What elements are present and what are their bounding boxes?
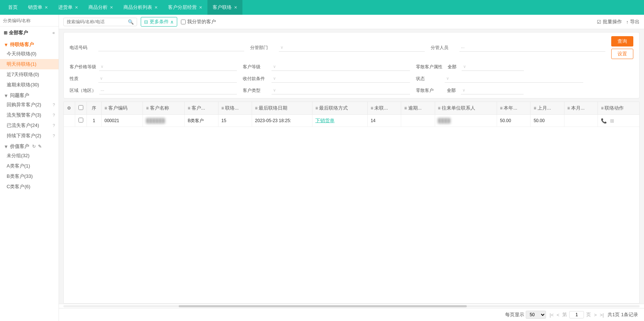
filter-region-select[interactable]: ··· bbox=[99, 86, 237, 94]
filter-price-level-select[interactable]: ∨ bbox=[99, 63, 237, 71]
nav-goods-analysis-list[interactable]: 商品分析列表 ✕ bbox=[118, 0, 163, 15]
sidebar-item-declining[interactable]: 持续下滑客户(2) ? bbox=[0, 131, 59, 141]
settings-button[interactable]: 设置 bbox=[611, 49, 633, 59]
sidebar-item-lost-risk[interactable]: 流失预警客户(3) ? bbox=[0, 110, 59, 120]
nav-close-purchase[interactable]: ✕ bbox=[75, 0, 78, 15]
sidebar-search-input[interactable] bbox=[3, 18, 58, 23]
prev-page-btn[interactable]: < bbox=[556, 312, 560, 318]
filter-icon: ⊟ bbox=[144, 19, 148, 25]
page-input[interactable] bbox=[569, 311, 584, 318]
last-page-btn[interactable]: >| bbox=[599, 312, 605, 318]
filter-btn[interactable]: ⊟ 更多条件 ∧ bbox=[141, 17, 177, 27]
sidebar-item-overdue[interactable]: 逾期未联络(30) bbox=[0, 80, 59, 90]
col-header-settings[interactable]: ⚙ bbox=[64, 102, 75, 115]
sidebar-group-pending-contact: ▼ 待联络客户 bbox=[0, 39, 59, 49]
filter-customer-level-select[interactable]: ∨ bbox=[272, 63, 410, 71]
filter-person-select[interactable]: ··· bbox=[459, 44, 605, 52]
check-all[interactable] bbox=[78, 105, 83, 110]
nav-close-goods-analysis-list[interactable]: ✕ bbox=[154, 0, 158, 15]
nav-purchase[interactable]: 进货单 ✕ bbox=[53, 0, 83, 15]
sidebar-item-ungrouped[interactable]: 未分组(32) bbox=[0, 151, 59, 161]
sidebar-item-tomorrow[interactable]: 明天待联络(1) bbox=[0, 59, 59, 69]
sidebar-item-class-a[interactable]: A类客户(1) bbox=[0, 161, 59, 171]
refresh-icon[interactable]: ↻ bbox=[32, 144, 36, 149]
nav-close-customer-contact[interactable]: ✕ bbox=[234, 0, 237, 15]
sidebar-item-repeat-abnormal[interactable]: 回购异常客户(2) ? bbox=[0, 100, 59, 110]
table-container: ⚙ 序 ≡ 客户编码 ≡ 客户名称 ≡ 客户... ≡ 联络... ≡ 最后联络… bbox=[63, 101, 640, 304]
export-icon: ↑ bbox=[626, 19, 629, 25]
nav-sales[interactable]: 销货单 ✕ bbox=[23, 0, 53, 15]
row-code: 000021 bbox=[101, 115, 143, 127]
row-checkbox-1[interactable] bbox=[78, 118, 83, 122]
filter-retail-customer-select[interactable]: ∨ bbox=[461, 86, 524, 94]
filter-retail-attr-select[interactable]: ∨ bbox=[462, 63, 524, 71]
scrollbar-track[interactable] bbox=[63, 305, 640, 307]
my-customers-checkbox-label[interactable]: 我分管的客户 bbox=[181, 18, 216, 25]
nav-close-sales[interactable]: ✕ bbox=[45, 0, 48, 15]
filter-nature: 性质 ∨ bbox=[70, 75, 237, 83]
main-layout: 🔍 ⊞ 全部客户 « ▼ 待联络客户 今天待联络(0) 明天待联络(1) 近7天… bbox=[0, 15, 644, 321]
col-header-contact-action: ≡ 联络动作 bbox=[598, 102, 639, 115]
scrollbar-thumb[interactable] bbox=[179, 305, 467, 307]
sidebar-item-week7[interactable]: 近7天待联络(0) bbox=[0, 69, 59, 80]
batch-operation-btn[interactable]: ☑ 批量操作 bbox=[597, 18, 622, 25]
filter-phone-input[interactable] bbox=[98, 44, 244, 51]
row-customer-type: B类客户 bbox=[185, 115, 218, 127]
search-input[interactable] bbox=[67, 19, 128, 24]
edit-icon[interactable]: ✎ bbox=[38, 144, 42, 149]
sidebar-group-problem: ▼ 问题客户 bbox=[0, 90, 59, 100]
filter-status-select[interactable]: ∨ bbox=[445, 75, 583, 83]
filter-region: 区域（地区） ··· bbox=[70, 86, 237, 94]
retail-customer-value: 全部 bbox=[447, 87, 456, 94]
filter-nature-label: 性质 bbox=[70, 76, 95, 82]
nav-goods-analysis[interactable]: 商品分析 ✕ bbox=[83, 0, 118, 15]
filter-customer-type-select[interactable]: ∨ bbox=[272, 86, 410, 94]
nav-close-customer-segment[interactable]: ✕ bbox=[199, 0, 202, 15]
filter-row-3: 性质 ∨ 收付款条件 ∨ 状态 ∨ bbox=[70, 75, 633, 83]
filter-panel: 电话号码 分管部门 ∨ 分管人员 ··· 查询 设置 bbox=[63, 32, 640, 99]
nav-customer-contact[interactable]: 客户联络 ✕ bbox=[207, 0, 242, 15]
page-label: 第 bbox=[561, 311, 568, 318]
export-btn[interactable]: ↑ 导出 bbox=[626, 18, 640, 25]
row-last-contact-method[interactable]: 下销货单 bbox=[312, 115, 367, 127]
sidebar: 🔍 ⊞ 全部客户 « ▼ 待联络客户 今天待联络(0) 明天待联络(1) 近7天… bbox=[0, 15, 59, 321]
filter-dept-select[interactable]: ∨ bbox=[279, 44, 425, 52]
sidebar-all-customers[interactable]: ⊞ 全部客户 « bbox=[0, 27, 59, 39]
help-icon-lost-risk[interactable]: ? bbox=[53, 113, 55, 117]
nav-close-goods-analysis[interactable]: ✕ bbox=[110, 0, 113, 15]
search-icon[interactable]: 🔍 bbox=[128, 19, 134, 25]
filter-person: 分管人员 ··· bbox=[431, 44, 605, 52]
row-check[interactable] bbox=[75, 115, 87, 127]
help-icon-repeat[interactable]: ? bbox=[53, 103, 55, 107]
col-header-this-month: ≡ 本月... bbox=[564, 102, 598, 115]
col-header-check[interactable] bbox=[75, 102, 87, 115]
first-page-btn[interactable]: |< bbox=[549, 312, 554, 318]
query-button[interactable]: 查询 bbox=[611, 36, 633, 46]
help-icon-declining[interactable]: ? bbox=[53, 134, 55, 138]
sidebar-item-lost[interactable]: 已流失客户(24) ? bbox=[0, 120, 59, 131]
my-customers-checkbox[interactable] bbox=[181, 20, 186, 24]
filter-nature-select[interactable]: ∨ bbox=[98, 75, 237, 83]
filter-person-label: 分管人员 bbox=[431, 45, 456, 51]
contact-phone-icon[interactable]: 📞 bbox=[601, 118, 607, 124]
contact-grid-icon[interactable]: ⊞ bbox=[610, 118, 614, 124]
filter-retail-customer-label: 零散客户 bbox=[416, 87, 442, 94]
page-unit: 页 bbox=[585, 311, 592, 318]
col-header-code: ≡ 客户编码 bbox=[101, 102, 143, 115]
filter-retail-customer: 零散客户 全部 ∨ bbox=[416, 86, 583, 94]
filter-row-4: 区域（地区） ··· 客户类型 ∨ 零散客户 全部 ∨ bbox=[70, 86, 633, 94]
next-page-btn[interactable]: > bbox=[593, 312, 598, 318]
col-header-customer-type: ≡ 客户... bbox=[185, 102, 218, 115]
retail-attr-value: 全部 bbox=[448, 64, 456, 70]
nav-home[interactable]: 首页 bbox=[3, 0, 23, 15]
filter-payment-select[interactable]: ∨ bbox=[272, 75, 410, 83]
sidebar-collapse-btn[interactable]: « bbox=[52, 30, 55, 35]
sidebar-item-class-b[interactable]: B类客户(33) bbox=[0, 171, 59, 182]
page-size-select[interactable]: 50 100 200 bbox=[526, 311, 546, 319]
help-icon-lost[interactable]: ? bbox=[53, 123, 55, 128]
sidebar-item-class-c[interactable]: C类客户(6) bbox=[0, 182, 59, 192]
sidebar-item-today[interactable]: 今天待联络(0) bbox=[0, 49, 59, 59]
nav-customer-segment[interactable]: 客户分层经营 ✕ bbox=[163, 0, 207, 15]
table-header-row: ⚙ 序 ≡ 客户编码 ≡ 客户名称 ≡ 客户... ≡ 联络... ≡ 最后联络… bbox=[64, 102, 639, 115]
content-area: 🔍 ⊟ 更多条件 ∧ 我分管的客户 ☑ 批量操作 ↑ 导出 bbox=[59, 15, 644, 321]
